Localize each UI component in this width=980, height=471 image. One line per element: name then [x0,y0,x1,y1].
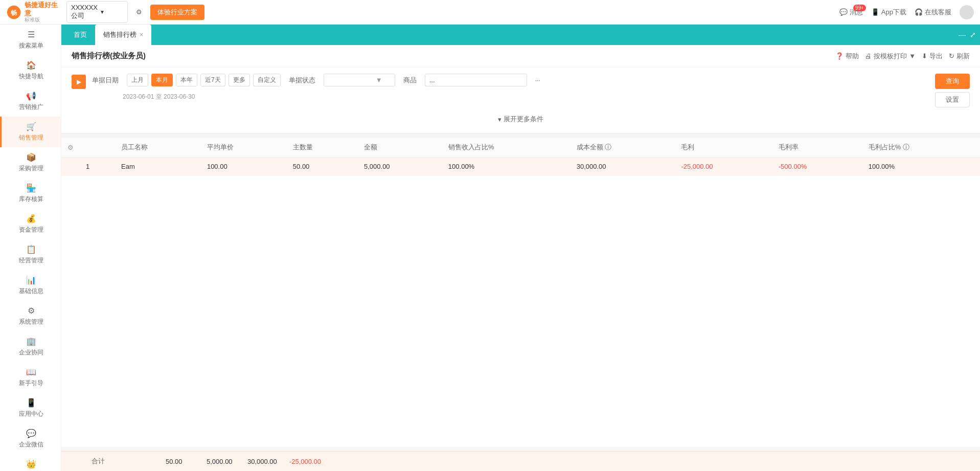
sidebar-item-basics[interactable]: 📊 基础信息 [0,270,61,301]
filter-toggle-button[interactable]: ▶ [72,75,86,89]
sidebar-label-operations: 经营管理 [19,256,43,265]
date-cur-month-btn[interactable]: 本月 [151,74,173,86]
date-prev-month-btn[interactable]: 上月 [127,74,148,86]
enterprise-icon: 🏢 [26,337,36,346]
tab-home[interactable]: 首页 [65,25,95,45]
member-icon: 👑 [26,459,36,469]
sidebar-item-search[interactable]: ☰ 搜索菜单 [0,25,61,55]
sidebar-item-finance[interactable]: 💰 资金管理 [0,209,61,239]
sidebar-item-enterprise[interactable]: 🏢 企业协同 [0,331,61,362]
sidebar-item-newbie[interactable]: 📖 新手引导 [0,362,61,393]
sidebar-item-sales[interactable]: 🛒 销售管理 [0,117,61,147]
goods-input[interactable] [425,74,527,86]
search-icon: ☰ [28,30,35,39]
message-icon: 💬 [839,8,848,16]
date-more-btn[interactable]: 更多 [229,74,250,86]
template-print-label: 按模板打印 [874,52,907,61]
sidebar-item-system[interactable]: ⚙ 系统管理 [0,301,61,331]
footer-amount: 5,000.00 [200,458,241,465]
sidebar-label-marketing: 营销推广 [19,103,43,111]
col-amount: 全额 [358,138,442,158]
print-icon: 🖨 [865,52,872,60]
refresh-label: 刷新 [956,52,970,61]
help-icon: ❓ [835,52,844,60]
newbie-icon: 📖 [26,367,36,377]
filter-row-1: 单据日期 上月 本月 本年 近7天 更多 自定义 单据状态 [92,74,929,86]
sidebar-item-wechat[interactable]: 💬 企业微信 [0,423,61,454]
goods-more-icon[interactable]: ··· [535,77,540,84]
date-range-display: 2023-06-01 至 2023-06-30 [92,93,929,101]
message-button[interactable]: 💬 消息 99+ [839,8,863,17]
date-7days-btn[interactable]: 近7天 [200,74,225,86]
cell-avg-price: 100.00 [201,158,287,176]
tab-sales-rank[interactable]: 销售排行榜 × [95,25,151,45]
cell-gross-rate: -500.00% [772,158,862,176]
sidebar-label-newbie: 新手引导 [19,379,43,388]
brand-sub: 标准版 [25,17,62,23]
headset-icon: 🎧 [915,8,923,16]
filter-settings-button[interactable]: 设置 [935,92,970,107]
sidebar-item-appstore[interactable]: 📱 应用中心 [0,393,61,423]
page-content: 销售排行榜(按业务员) ❓ 帮助 🖨 按模板打印 ▼ ⬇ 导出 [61,45,980,471]
online-service-button[interactable]: 🎧 在线客服 [915,8,951,17]
topbar-right: 💬 消息 99+ 📱 App下载 🎧 在线客服 [839,5,974,19]
cell-sales-ratio: 100.00% [442,158,571,176]
sidebar-item-shortcut[interactable]: 🏠 快捷导航 [0,55,61,86]
system-icon: ⚙ [28,306,35,316]
export-icon: ⬇ [922,52,927,60]
col-gross-ratio: 毛利占比% ⓘ [862,138,980,158]
avatar[interactable] [960,5,974,19]
wechat-icon: 💬 [26,429,36,438]
sidebar-label-sales: 销售管理 [19,133,43,142]
table-container: ⚙ 员工名称 平均单价 主数量 全额 销售收入占比% 成本全额 ⓘ 毛利 毛利率… [61,138,980,447]
tab-close-icon[interactable]: × [140,31,143,38]
cell-cost: 30,000.00 [571,158,675,176]
sidebar-item-purchase[interactable]: 📦 采购管理 [0,147,61,178]
app-download-button[interactable]: 📱 App下载 [871,8,906,17]
sidebar-item-marketing[interactable]: 📢 营销推广 [0,86,61,117]
sidebar-item-inventory[interactable]: 🏪 库存核算 [0,178,61,209]
online-svc-label: 在线客服 [925,8,951,17]
help-button[interactable]: ❓ 帮助 [835,52,859,61]
finance-icon: 💰 [26,214,36,223]
query-button[interactable]: 查询 [935,74,970,89]
page-actions: ❓ 帮助 🖨 按模板打印 ▼ ⬇ 导出 ↻ 刷新 [835,52,970,61]
sidebar-label-inventory: 库存核算 [19,195,43,204]
expand-down-icon: ▾ [498,116,502,123]
col-avg-price: 平均单价 [201,138,287,158]
export-button[interactable]: ⬇ 导出 [922,52,943,61]
company-name: XXXXXX公司 [71,4,98,20]
cell-gross-ratio: 100.00% [862,158,980,176]
date-year-btn[interactable]: 本年 [176,74,197,86]
refresh-button[interactable]: ↻ 刷新 [949,52,970,61]
expand-more-button[interactable]: ▾ 展开更多条件 [72,111,970,127]
sales-icon: 🛒 [26,122,36,131]
sidebar-item-operations[interactable]: 📋 经营管理 [0,239,61,270]
cell-amount: 5,000.00 [358,158,442,176]
date-custom-btn[interactable]: 自定义 [253,74,281,86]
maximize-icon[interactable]: ⤢ [970,31,976,39]
col-name: 员工名称 [115,138,201,158]
query-btn-area: 查询 设置 [935,74,970,107]
template-print-button[interactable]: 🖨 按模板打印 ▼ [865,52,916,61]
col-settings[interactable]: ⚙ [61,138,80,158]
filter-toggle-icon: ▶ [77,78,81,85]
trial-button[interactable]: 体验行业方案 [150,5,204,20]
svg-text:畅: 畅 [11,9,17,16]
company-selector[interactable]: XXXXXX公司 ▼ [66,1,128,23]
status-select[interactable]: ▼ [324,74,395,86]
sidebar-label-enterprise: 企业协同 [19,348,43,357]
sidebar-label-basics: 基础信息 [19,287,43,296]
col-cost: 成本全额 ⓘ [571,138,675,158]
topbar-settings-button[interactable]: ⚙ [132,5,146,19]
appstore-icon: 📱 [26,398,36,408]
footer-cost: 30,000.00 [241,458,283,465]
content-area: 首页 销售排行榜 × — ⤢ 销售排行榜(按业务员) ❓ 帮助 [61,25,980,471]
template-print-arrow: ▼ [909,52,916,60]
minimize-icon[interactable]: — [959,31,966,39]
sidebar-label-appstore: 应用中心 [19,410,43,418]
operations-icon: 📋 [26,244,36,254]
main-layout: ☰ 搜索菜单 🏠 快捷导航 📢 营销推广 🛒 销售管理 📦 采购管理 🏪 库存核… [0,25,980,471]
sidebar-label-search: 搜索菜单 [19,41,43,50]
sidebar-item-member[interactable]: 👑 畅会员 [0,454,61,471]
